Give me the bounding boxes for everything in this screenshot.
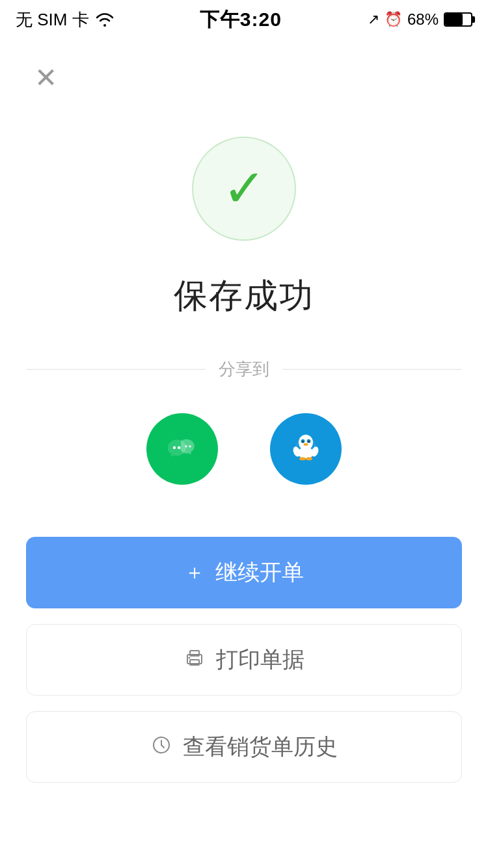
qq-icon bbox=[285, 428, 327, 470]
svg-point-17 bbox=[299, 457, 306, 461]
svg-point-14 bbox=[298, 447, 314, 459]
svg-point-22 bbox=[189, 657, 191, 658]
battery-bar bbox=[444, 12, 472, 27]
divider-right bbox=[282, 369, 462, 370]
history-label: 查看销货单历史 bbox=[183, 732, 338, 762]
svg-point-4 bbox=[185, 445, 187, 448]
alarm-icon: ⏰ bbox=[385, 11, 402, 28]
battery-fill bbox=[445, 14, 463, 25]
status-right: ↗ ⏰ 68% bbox=[368, 10, 472, 29]
svg-point-12 bbox=[308, 441, 310, 442]
time-display: 下午3:20 bbox=[200, 7, 282, 33]
location-icon: ↗ bbox=[368, 11, 379, 28]
print-icon bbox=[183, 647, 206, 673]
checkmark-icon: ✓ bbox=[223, 163, 266, 215]
close-icon: ✕ bbox=[34, 64, 57, 92]
divider-row: 分享到 bbox=[26, 358, 462, 381]
plus-icon: ＋ bbox=[184, 558, 205, 587]
continue-button[interactable]: ＋ 继续开单 bbox=[26, 537, 462, 608]
svg-point-3 bbox=[178, 446, 180, 449]
divider-left bbox=[26, 369, 206, 370]
continue-label: 继续开单 bbox=[215, 558, 304, 588]
svg-point-13 bbox=[304, 443, 308, 446]
svg-point-18 bbox=[306, 457, 312, 461]
success-circle: ✓ bbox=[192, 137, 296, 241]
carrier-label: 无 SIM 卡 bbox=[16, 8, 89, 31]
battery-percent: 68% bbox=[407, 10, 439, 29]
svg-point-5 bbox=[189, 445, 191, 448]
history-button[interactable]: 查看销货单历史 bbox=[26, 711, 462, 783]
print-label: 打印单据 bbox=[216, 645, 305, 675]
close-button[interactable]: ✕ bbox=[26, 59, 65, 98]
share-label: 分享到 bbox=[219, 358, 269, 381]
svg-point-11 bbox=[302, 441, 304, 442]
svg-point-2 bbox=[173, 446, 176, 449]
print-button[interactable]: 打印单据 bbox=[26, 624, 462, 696]
close-btn-row: ✕ bbox=[26, 52, 462, 98]
success-title: 保存成功 bbox=[174, 273, 314, 319]
status-left: 无 SIM 卡 bbox=[16, 8, 114, 31]
status-bar: 无 SIM 卡 下午3:20 ↗ ⏰ 68% bbox=[0, 0, 488, 39]
share-row bbox=[146, 413, 342, 485]
clock-icon bbox=[150, 734, 172, 761]
wifi-icon bbox=[96, 12, 114, 27]
main-content: ✕ ✓ 保存成功 分享到 bbox=[0, 39, 488, 868]
wechat-icon bbox=[161, 428, 203, 470]
share-qq-button[interactable] bbox=[270, 413, 342, 485]
share-wechat-button[interactable] bbox=[146, 413, 218, 485]
